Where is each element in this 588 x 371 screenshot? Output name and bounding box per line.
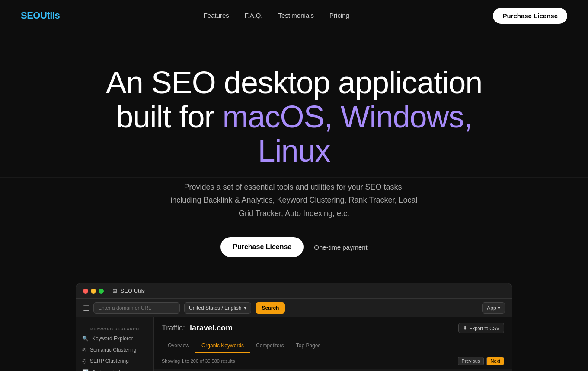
chevron-down-icon: ▾ — [244, 305, 246, 311]
traffic-domain: laravel.com — [190, 323, 233, 332]
traffic-label: Traffic: — [162, 323, 185, 332]
hero-section: An SEO desktop application built for mac… — [0, 31, 588, 371]
sidebar-label: SERP Clustering — [90, 358, 129, 364]
app-title-text: SEO Utils — [121, 288, 145, 294]
tab-organic-keywords[interactable]: Organic Keywords — [195, 339, 250, 353]
purchase-license-nav-button[interactable]: Purchase License — [493, 8, 567, 24]
maximize-button-icon — [99, 289, 104, 294]
export-label: Export to CSV — [469, 326, 499, 331]
app-title-label: ⊞ SEO Utils — [112, 288, 145, 294]
col-updated: Updated — [459, 369, 512, 371]
minimize-button-icon — [91, 289, 96, 294]
results-count: Showing 1 to 200 of 39,580 results — [162, 358, 235, 364]
sidebar-label: Semantic Clustering — [90, 347, 136, 353]
download-icon: ⬇ — [463, 325, 467, 331]
url-input[interactable] — [93, 302, 180, 314]
cluster-icon: ◎ — [82, 347, 86, 353]
headline-prefix: built for — [116, 99, 222, 134]
bulk-icon: 📊 — [82, 369, 89, 371]
nav-links: Features F.A.Q. Testimonials Pricing — [204, 12, 349, 19]
traffic-lights — [83, 289, 104, 294]
logo-seo: SEO — [21, 10, 40, 21]
logo-utils: Utils — [40, 10, 60, 21]
search-icon: 🔍 — [82, 336, 89, 342]
app-screenshot: ⊞ SEO Utils ☰ United States / English ▾ … — [76, 283, 512, 371]
purchase-license-hero-button[interactable]: Purchase License — [220, 237, 304, 257]
nav-item-pricing[interactable]: Pricing — [329, 12, 349, 19]
nav-item-faq[interactable]: F.A.Q. — [245, 12, 263, 19]
sidebar-item-bulk-analysis[interactable]: 📊 Bulk Analysis — [76, 367, 153, 371]
data-table: Keyword Intent Volume KD CPC Position Vi… — [154, 369, 512, 371]
headline-line1: An SEO desktop application — [106, 65, 483, 100]
pagination: Previous Next — [458, 357, 504, 365]
app-toolbar: ☰ United States / English ▾ Search App ▾ — [76, 299, 512, 317]
hero-cta: Purchase License One-time payment — [220, 237, 367, 257]
app-label: App — [487, 305, 496, 311]
export-csv-button[interactable]: ⬇ Export to CSV — [458, 323, 504, 333]
app-selector[interactable]: App ▾ — [482, 302, 505, 314]
tab-top-pages[interactable]: Top Pages — [290, 339, 327, 353]
headline-accent: macOS, Windows, Linux — [222, 99, 472, 168]
col-position: Position — [390, 369, 428, 371]
grid-line — [0, 177, 588, 178]
sidebar-label: Keyword Explorer — [92, 336, 133, 342]
search-button[interactable]: Search — [256, 302, 285, 314]
menu-icon[interactable]: ☰ — [83, 304, 89, 312]
sidebar-section-keyword-research: KEYWORD RESEARCH — [76, 323, 153, 333]
app-icon: ⊞ — [112, 288, 117, 294]
sidebar-item-keyword-explorer[interactable]: 🔍 Keyword Explorer — [76, 333, 153, 344]
col-kd: KD — [327, 369, 359, 371]
traffic-title: Traffic: laravel.com — [162, 323, 233, 333]
app-titlebar: ⊞ SEO Utils — [76, 283, 512, 299]
nav-item-features[interactable]: Features — [204, 12, 229, 19]
tab-competitors[interactable]: Competitors — [250, 339, 290, 353]
hero-headline: An SEO desktop application built for mac… — [99, 66, 489, 168]
col-cpc: CPC — [359, 369, 390, 371]
col-intent: Intent — [235, 369, 283, 371]
prev-page-button[interactable]: Previous — [458, 357, 484, 365]
serp-icon: ◎ — [82, 358, 86, 364]
sidebar-label: Bulk Analysis — [92, 369, 123, 371]
col-keyword: Keyword — [154, 369, 235, 371]
sidebar: KEYWORD RESEARCH 🔍 Keyword Explorer ◎ Se… — [76, 317, 154, 371]
navbar: SEOUtils Features F.A.Q. Testimonials Pr… — [0, 0, 588, 31]
tab-overview[interactable]: Overview — [162, 339, 195, 353]
chevron-down-icon: ▾ — [498, 305, 500, 311]
sidebar-item-serp-clustering[interactable]: ◎ SERP Clustering — [76, 355, 153, 367]
app-body: KEYWORD RESEARCH 🔍 Keyword Explorer ◎ Se… — [76, 317, 512, 371]
table-header: Keyword Intent Volume KD CPC Position Vi… — [154, 369, 512, 371]
content-header: Traffic: laravel.com ⬇ Export to CSV — [154, 317, 512, 339]
sidebar-item-semantic-clustering[interactable]: ◎ Semantic Clustering — [76, 344, 153, 355]
logo: SEOUtils — [21, 10, 60, 21]
close-button-icon — [83, 289, 88, 294]
results-info: Showing 1 to 200 of 39,580 results Previ… — [154, 353, 512, 369]
col-visits: Visits — [428, 369, 459, 371]
language-selector[interactable]: United States / English ▾ — [184, 302, 251, 314]
lang-label: United States / English — [189, 305, 241, 311]
hero-description: Provides a set of essential tools and ut… — [169, 181, 419, 220]
tabs-row: Overview Organic Keywords Competitors To… — [154, 339, 512, 353]
content-area: Traffic: laravel.com ⬇ Export to CSV Ove… — [154, 317, 512, 371]
one-time-payment-label: One-time payment — [314, 244, 367, 251]
col-volume: Volume — [283, 369, 327, 371]
nav-item-testimonials[interactable]: Testimonials — [278, 12, 314, 19]
next-page-button[interactable]: Next — [486, 357, 504, 365]
